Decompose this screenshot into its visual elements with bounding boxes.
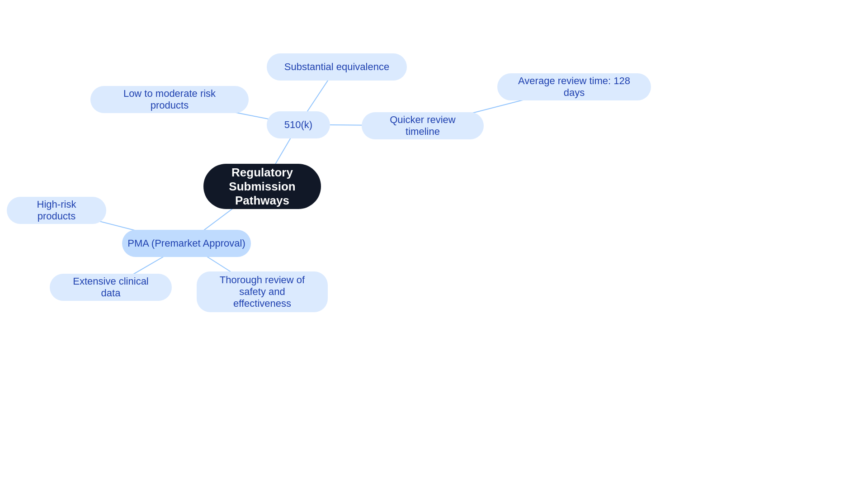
node-pma-label: PMA (Premarket Approval)	[127, 238, 245, 249]
substantial-label: Substantial equivalence	[284, 61, 389, 73]
thorough-review-label: Thorough review of safety and effectiven…	[209, 274, 315, 309]
node-pma: PMA (Premarket Approval)	[122, 230, 251, 257]
node-clinical-data: Extensive clinical data	[50, 274, 172, 301]
node-510k-label: 510(k)	[284, 119, 312, 131]
node-low-risk: Low to moderate risk products	[90, 86, 249, 113]
node-thorough-review: Thorough review of safety and effectiven…	[197, 271, 328, 312]
node-substantial-equivalence: Substantial equivalence	[267, 53, 407, 81]
clinical-data-label: Extensive clinical data	[62, 276, 159, 299]
node-510k: 510(k)	[267, 111, 330, 138]
central-label: Regulatory Submission Pathways	[203, 166, 321, 208]
central-node: Regulatory Submission Pathways	[203, 164, 321, 209]
avg-time-label: Average review time: 128 days	[510, 75, 638, 99]
low-risk-label: Low to moderate risk products	[103, 88, 236, 111]
node-quicker-review: Quicker review timeline	[362, 112, 484, 139]
node-high-risk: High-risk products	[7, 197, 106, 224]
quicker-review-label: Quicker review timeline	[374, 114, 471, 138]
node-avg-review-time: Average review time: 128 days	[497, 73, 651, 100]
high-risk-label: High-risk products	[19, 199, 94, 222]
